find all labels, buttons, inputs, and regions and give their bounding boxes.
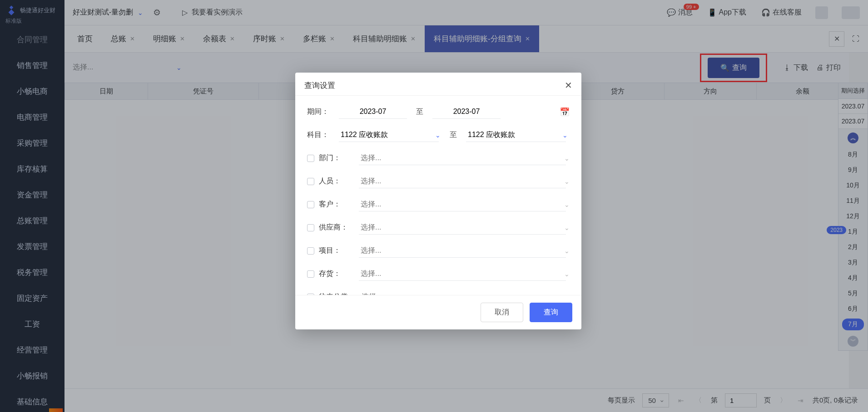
modal-footer: 取消 查询 bbox=[295, 295, 581, 329]
filter-checkbox[interactable] bbox=[307, 178, 314, 185]
filter-select-input[interactable] bbox=[359, 267, 566, 281]
chevron-down-icon[interactable]: ⌄ bbox=[564, 270, 570, 278]
period-row: 期间： 至 📅 bbox=[304, 100, 579, 123]
chevron-down-icon[interactable]: ⌄ bbox=[564, 201, 570, 208]
filter-label: 客户： bbox=[319, 200, 354, 209]
filter-select-input[interactable] bbox=[359, 221, 566, 235]
filter-label: 供应商： bbox=[319, 223, 354, 232]
period-to-input[interactable] bbox=[432, 105, 501, 119]
filter-select-input[interactable] bbox=[359, 197, 566, 211]
confirm-button[interactable]: 查询 bbox=[530, 303, 572, 322]
filter-label: 项目： bbox=[319, 246, 354, 255]
filter-select-input[interactable] bbox=[359, 244, 566, 258]
filter-label: 人员： bbox=[319, 177, 354, 186]
subject-to-label: 至 bbox=[445, 130, 461, 140]
filter-row: 项目：⌄ bbox=[304, 239, 579, 262]
subject-from-input[interactable] bbox=[339, 128, 439, 142]
filter-checkbox[interactable] bbox=[307, 201, 314, 208]
confirm-label: 查询 bbox=[544, 308, 558, 316]
filter-select-input[interactable] bbox=[359, 174, 566, 188]
filter-row: 往来分类：⌄ bbox=[304, 285, 579, 295]
filter-select-input[interactable] bbox=[359, 151, 566, 165]
period-to-label: 至 bbox=[412, 107, 428, 117]
chevron-down-icon[interactable]: ⌄ bbox=[564, 155, 570, 162]
filter-row: 供应商：⌄ bbox=[304, 216, 579, 239]
period-label: 期间： bbox=[307, 107, 334, 117]
filter-label: 部门： bbox=[319, 153, 354, 163]
calendar-icon[interactable]: 📅 bbox=[560, 107, 570, 117]
modal-body: 期间： 至 📅 科目： ⌄ 至 ⌄ 部门：⌄人员：⌄客户：⌄供应商：⌄项目：⌄存… bbox=[295, 95, 581, 295]
subject-label: 科目： bbox=[307, 130, 334, 140]
modal-close-button[interactable]: ✕ bbox=[565, 80, 572, 91]
subject-row: 科目： ⌄ 至 ⌄ bbox=[304, 123, 579, 147]
subject-to-input[interactable] bbox=[466, 128, 566, 142]
filter-checkbox[interactable] bbox=[307, 155, 314, 162]
filter-checkbox[interactable] bbox=[307, 224, 314, 231]
chevron-down-icon[interactable]: ⌄ bbox=[564, 224, 570, 231]
filter-row: 存货：⌄ bbox=[304, 262, 579, 285]
filter-label: 存货： bbox=[319, 269, 354, 279]
chevron-down-icon[interactable]: ⌄ bbox=[435, 132, 441, 139]
filter-checkbox[interactable] bbox=[307, 270, 314, 278]
filter-row: 客户：⌄ bbox=[304, 193, 579, 216]
cancel-button[interactable]: 取消 bbox=[481, 303, 523, 322]
query-settings-modal: 查询设置 ✕ 期间： 至 📅 科目： ⌄ 至 ⌄ 部门：⌄人员：⌄客户：⌄供应商… bbox=[295, 73, 581, 329]
filter-row: 人员：⌄ bbox=[304, 170, 579, 193]
chevron-down-icon[interactable]: ⌄ bbox=[564, 247, 570, 255]
cancel-label: 取消 bbox=[495, 308, 509, 316]
filter-row: 部门：⌄ bbox=[304, 147, 579, 170]
modal-title: 查询设置 bbox=[304, 80, 335, 91]
filter-checkbox[interactable] bbox=[307, 247, 314, 255]
period-from-input[interactable] bbox=[339, 105, 407, 119]
filter-select-input[interactable] bbox=[360, 290, 566, 295]
chevron-down-icon[interactable]: ⌄ bbox=[562, 132, 568, 139]
chevron-down-icon[interactable]: ⌄ bbox=[564, 178, 570, 185]
modal-header: 查询设置 ✕ bbox=[295, 73, 581, 95]
